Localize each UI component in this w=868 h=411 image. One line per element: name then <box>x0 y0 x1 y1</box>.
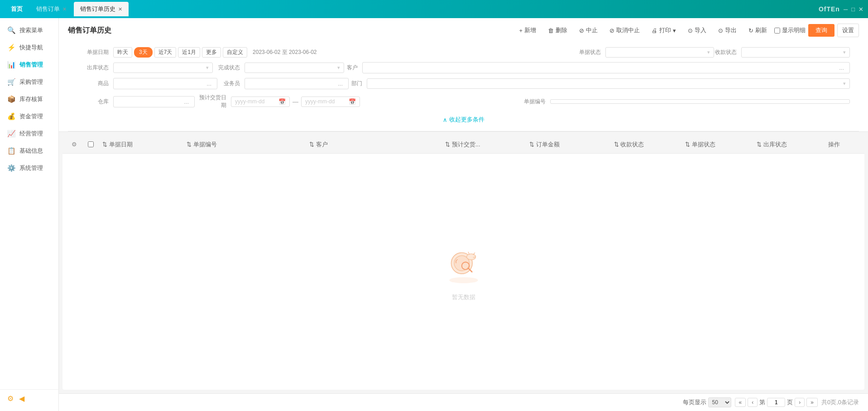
order-no-input[interactable] <box>550 99 850 104</box>
customer-dots[interactable]: ... <box>837 64 846 71</box>
sidebar-item-sales[interactable]: 📊 销售管理 <box>0 56 58 73</box>
window-minimize[interactable]: ─ <box>844 6 848 13</box>
basic-info-icon: 📋 <box>7 147 16 155</box>
tab-sales-history-close[interactable]: ✕ <box>118 7 122 12</box>
salesperson-input[interactable]: ... <box>245 78 349 89</box>
calendar-end-icon[interactable]: 📅 <box>349 98 356 105</box>
payment-status-select[interactable]: ▾ <box>741 47 850 58</box>
goods-dots[interactable]: ... <box>205 80 213 87</box>
page-input[interactable] <box>767 398 785 407</box>
th-payment-status[interactable]: ⇅ 收款状态 <box>610 140 682 149</box>
th-delivery-label: ⇅ 预计交货... <box>445 140 480 149</box>
page-title: 销售订单历史 <box>68 26 111 35</box>
print-button[interactable]: 🖨 打印 ▾ <box>647 24 681 37</box>
table-area: ⚙ ⇅ 单据日期 ⇅ 单据编号 ⇅ 客户 ⇅ 预计交货... ⇅ 订单金额 <box>62 135 864 390</box>
stop-button[interactable]: ⊘ 中止 <box>575 24 602 37</box>
date-btn-more[interactable]: 更多 <box>202 47 221 58</box>
th-order-number[interactable]: ⇅ 单据编号 <box>183 140 306 149</box>
tab-home[interactable]: 首页 <box>5 2 29 16</box>
export-icon: ⊙ <box>718 27 723 34</box>
sidebar-item-system[interactable]: ⚙️ 系统管理 <box>0 160 58 177</box>
th-settings[interactable]: ⚙ <box>66 141 82 148</box>
payment-status-label: 收款状态 <box>714 48 741 56</box>
calendar-start-icon[interactable]: 📅 <box>278 98 286 105</box>
th-date[interactable]: ⇅ 单据日期 <box>99 140 183 149</box>
delete-icon: 🗑 <box>548 27 554 34</box>
finance-icon: 💰 <box>7 112 16 121</box>
date-btn-month[interactable]: 近1月 <box>178 47 200 58</box>
sidebar-item-inventory[interactable]: 📦 库存核算 <box>0 91 58 108</box>
last-page-button[interactable]: » <box>806 398 818 407</box>
delivery-date-end[interactable]: yyyy-mm-dd 📅 <box>301 97 360 107</box>
export-button[interactable]: ⊙ 导出 <box>714 24 741 37</box>
filter-row-3: 商品 ... 业务员 ... 部门 ▾ <box>77 78 850 89</box>
add-button[interactable]: + 新增 <box>514 24 541 37</box>
order-status-select[interactable]: ▾ <box>605 47 714 58</box>
date-btn-7days[interactable]: 近7天 <box>154 47 177 58</box>
settings-bottom-icon[interactable]: ⚙ <box>7 394 14 403</box>
payment-status-chevron: ▾ <box>843 49 846 55</box>
customer-input[interactable]: ... <box>362 62 850 73</box>
th-amount-label: ⇅ 订单金额 <box>529 140 560 149</box>
th-amount[interactable]: ⇅ 订单金额 <box>526 140 610 149</box>
stock-status-select[interactable]: ▾ <box>113 63 213 73</box>
th-stock-status[interactable]: ⇅ 出库状态 <box>753 140 825 149</box>
window-maximize[interactable]: □ <box>851 6 855 13</box>
delete-button[interactable]: 🗑 删除 <box>543 24 572 37</box>
delivery-date-start-value: yyyy-mm-dd <box>235 98 278 105</box>
th-order-status[interactable]: ⇅ 单据状态 <box>681 140 753 149</box>
tab-sales-order[interactable]: 销售订单 ✕ <box>30 2 73 16</box>
tab-sales-history[interactable]: 销售订单历史 ✕ <box>74 2 129 16</box>
complete-status-select[interactable]: ▾ <box>245 63 344 73</box>
th-stock-status-label: ⇅ 出库状态 <box>757 140 787 149</box>
refresh-label: 刷新 <box>755 26 767 34</box>
sidebar-item-purchase[interactable]: 🛒 采购管理 <box>0 73 58 91</box>
settings-button[interactable]: 设置 <box>837 24 859 37</box>
sidebar-item-search[interactable]: 🔍 搜索菜单 <box>0 22 58 39</box>
cancel-stop-button[interactable]: ⊘ 取消中止 <box>605 24 644 37</box>
collapse-row[interactable]: ∧ 收起更多条件 <box>77 114 850 126</box>
prev-page-button[interactable]: ‹ <box>748 398 758 407</box>
th-action: 操作 <box>825 140 861 149</box>
refresh-button[interactable]: ↻ 刷新 <box>744 24 772 37</box>
sidebar-item-search-label: 搜索菜单 <box>19 26 43 34</box>
stock-label: 出库状态 <box>77 64 113 72</box>
system-icon: ⚙️ <box>7 164 16 172</box>
date-btn-custom[interactable]: 自定义 <box>223 47 247 58</box>
tab-sales-order-label: 销售订单 <box>36 5 60 13</box>
date-btn-yesterday[interactable]: 昨天 <box>113 47 132 58</box>
page-label-pre: 第 <box>759 398 765 406</box>
th-delivery[interactable]: ⇅ 预计交货... <box>441 140 526 149</box>
warehouse-input[interactable]: ... <box>113 96 195 107</box>
delivery-date-start[interactable]: yyyy-mm-dd 📅 <box>231 97 290 107</box>
page-size-dropdown[interactable]: 50 100 200 <box>708 397 731 407</box>
order-no-label: 单据编号 <box>523 98 550 106</box>
warehouse-dots[interactable]: ... <box>182 98 191 105</box>
query-button[interactable]: 查询 <box>808 24 834 37</box>
sidebar-item-finance[interactable]: 💰 资金管理 <box>0 108 58 125</box>
add-label: 新增 <box>524 26 536 34</box>
import-button[interactable]: ⊙ 导入 <box>683 24 711 37</box>
date-btn-3days[interactable]: 3天 <box>134 47 153 58</box>
collapse-sidebar-icon[interactable]: ◀ <box>19 394 24 403</box>
dept-select[interactable]: ▾ <box>367 78 850 89</box>
collapse-up-icon: ∧ <box>443 116 447 123</box>
th-customer[interactable]: ⇅ 客户 <box>306 140 441 149</box>
salesperson-dots[interactable]: ... <box>336 80 345 87</box>
date-dash: — <box>293 98 298 105</box>
window-close[interactable]: ✕ <box>858 6 863 13</box>
show-detail-checkbox-label: 显示明细 <box>774 26 806 34</box>
select-all-checkbox[interactable] <box>88 141 94 147</box>
filter-row-2: 出库状态 ▾ 完成状态 ▾ 客户 ... <box>77 62 850 73</box>
delivery-date-end-value: yyyy-mm-dd <box>305 98 349 105</box>
goods-input[interactable]: ... <box>113 78 217 89</box>
sidebar-item-system-label: 系统管理 <box>19 164 43 172</box>
sidebar-item-basic-info[interactable]: 📋 基础信息 <box>0 142 58 160</box>
first-page-button[interactable]: « <box>735 398 746 407</box>
sidebar-item-quick-nav[interactable]: ⚡ 快捷导航 <box>0 39 58 56</box>
th-customer-label: ⇅ 客户 <box>309 140 328 149</box>
show-detail-checkbox[interactable] <box>774 28 780 34</box>
next-page-button[interactable]: › <box>795 398 805 407</box>
sidebar-item-operations[interactable]: 📈 经营管理 <box>0 125 58 142</box>
tab-sales-order-close[interactable]: ✕ <box>62 7 67 12</box>
